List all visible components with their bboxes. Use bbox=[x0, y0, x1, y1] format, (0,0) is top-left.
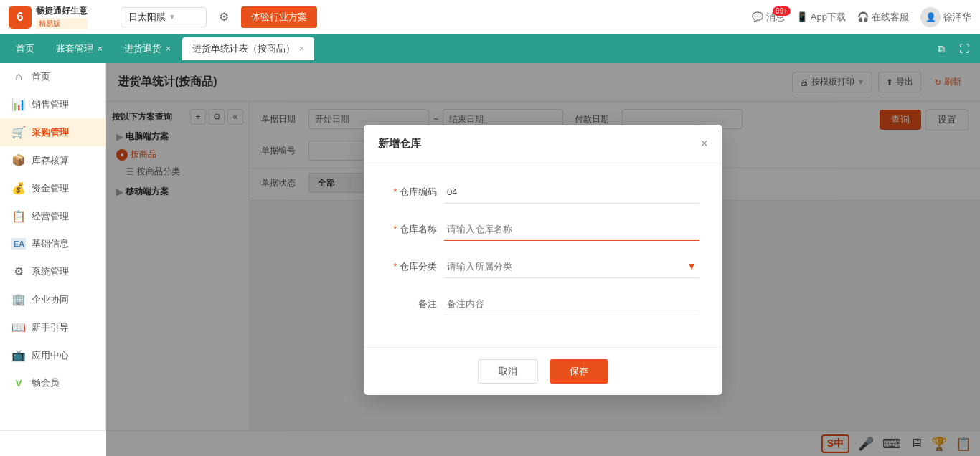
tab-returns[interactable]: 进货退货 × bbox=[114, 37, 181, 60]
sidebar-item-inventory-label: 库存核算 bbox=[32, 154, 69, 167]
store-selector[interactable]: 日太阳膜 ▼ bbox=[121, 7, 207, 27]
tab-accounts-label: 账套管理 bbox=[56, 42, 93, 55]
code-label: 仓库编码 bbox=[387, 186, 444, 199]
operations-icon: 📋 bbox=[11, 209, 26, 223]
sidebar-item-vip[interactable]: V 畅会员 bbox=[0, 369, 105, 396]
content-area: 进货单统计(按商品) 🖨 按模板打印 ▼ ⬆ 导出 ↻ 刷新 bbox=[106, 63, 980, 456]
sidebar-item-sales-label: 销售管理 bbox=[32, 98, 69, 111]
sidebar-item-guide[interactable]: 📖 新手引导 bbox=[0, 313, 105, 341]
category-chevron-icon[interactable]: ▼ bbox=[687, 260, 699, 272]
modal-overlay: 新增仓库 × 仓库编码 仓库名称 仓库分类 bbox=[106, 63, 980, 456]
tab-home[interactable]: 首页 bbox=[6, 37, 44, 60]
sidebar-item-finance-label: 资金管理 bbox=[32, 182, 69, 195]
sidebar-item-finance[interactable]: 💰 资金管理 bbox=[0, 174, 105, 202]
trial-button[interactable]: 体验行业方案 bbox=[241, 6, 317, 28]
purchase-icon: 🛒 bbox=[11, 125, 26, 139]
modal-header: 新增仓库 × bbox=[364, 125, 722, 163]
user-avatar: 👤 bbox=[920, 7, 941, 27]
sidebar-item-basic-info-label: 基础信息 bbox=[32, 237, 69, 250]
sidebar-item-system[interactable]: ⚙ 系统管理 bbox=[0, 257, 105, 285]
app-download-button[interactable]: 📱 App下载 bbox=[796, 11, 846, 24]
headset-icon: 🎧 bbox=[857, 11, 869, 22]
tab-accounts-close[interactable]: × bbox=[98, 44, 103, 54]
warehouse-code-input[interactable] bbox=[444, 181, 699, 204]
modal-body: 仓库编码 仓库名称 仓库分类 ▼ bbox=[364, 163, 722, 347]
form-row-category: 仓库分类 ▼ bbox=[387, 255, 699, 278]
form-row-remark: 备注 bbox=[387, 293, 699, 315]
sidebar-item-basic-info[interactable]: EA 基础信息 bbox=[0, 230, 105, 257]
tab-returns-label: 进货退货 bbox=[124, 42, 161, 55]
messages-badge: 99+ bbox=[773, 6, 791, 16]
store-name: 日太阳膜 bbox=[128, 11, 166, 24]
remark-label: 备注 bbox=[387, 298, 444, 310]
messages-button[interactable]: 💬 消息 99+ bbox=[752, 11, 785, 24]
sidebar-item-home[interactable]: ⌂ 首页 bbox=[0, 63, 105, 90]
sidebar-item-operations-label: 经营管理 bbox=[32, 210, 69, 223]
category-input[interactable] bbox=[444, 261, 687, 272]
top-bar: 6 畅捷通好生意 精易版 日太阳膜 ▼ ⚙ 体验行业方案 💬 消息 99+ 📱 … bbox=[0, 0, 980, 34]
home-icon: ⌂ bbox=[11, 70, 26, 83]
main-layout: ⌂ 首页 📊 销售管理 🛒 采购管理 📦 库存核算 💰 资金管理 📋 经营管理 … bbox=[0, 63, 980, 456]
modal-title: 新增仓库 bbox=[378, 137, 421, 151]
tab-purchase-stats-close[interactable]: × bbox=[299, 44, 304, 54]
tab-restore-button[interactable]: ⧉ bbox=[931, 39, 951, 59]
tab-returns-close[interactable]: × bbox=[166, 44, 171, 54]
tab-bar: 首页 账套管理 × 进货退货 × 进货单统计表（按商品） × ⧉ ⛶ bbox=[0, 34, 980, 63]
sidebar-item-vip-label: 畅会员 bbox=[32, 376, 60, 389]
sales-icon: 📊 bbox=[11, 98, 26, 111]
settings-button[interactable]: ⚙ bbox=[212, 6, 235, 29]
sidebar-item-enterprise-label: 企业协同 bbox=[32, 293, 69, 306]
inventory-icon: 📦 bbox=[11, 153, 26, 167]
guide-icon: 📖 bbox=[11, 320, 26, 334]
phone-icon: 📱 bbox=[796, 11, 808, 22]
chevron-down-icon: ▼ bbox=[169, 13, 176, 21]
logo-text: 畅捷通好生意 精易版 bbox=[36, 5, 88, 29]
name-label: 仓库名称 bbox=[387, 223, 444, 236]
form-row-code: 仓库编码 bbox=[387, 181, 699, 204]
tab-accounts[interactable]: 账套管理 × bbox=[46, 37, 113, 60]
logo-title: 畅捷通好生意 bbox=[36, 5, 88, 17]
tab-purchase-stats-label: 进货单统计表（按商品） bbox=[192, 42, 295, 55]
cancel-button[interactable]: 取消 bbox=[478, 359, 538, 384]
tab-home-label: 首页 bbox=[16, 42, 34, 55]
user-area[interactable]: 👤 徐泽华 bbox=[920, 7, 971, 27]
logo-area: 6 畅捷通好生意 精易版 bbox=[9, 5, 115, 29]
tab-right-buttons: ⧉ ⛶ bbox=[931, 39, 974, 59]
basic-info-icon: EA bbox=[11, 238, 26, 250]
sidebar-item-sales[interactable]: 📊 销售管理 bbox=[0, 90, 105, 118]
sidebar-item-purchase[interactable]: 🛒 采购管理 bbox=[0, 118, 105, 146]
sidebar-item-operations[interactable]: 📋 经营管理 bbox=[0, 202, 105, 230]
vip-icon: V bbox=[11, 378, 26, 389]
sidebar-item-purchase-label: 采购管理 bbox=[32, 126, 69, 139]
enterprise-icon: 🏢 bbox=[11, 293, 26, 306]
remark-input[interactable] bbox=[444, 293, 699, 315]
sidebar-item-inventory[interactable]: 📦 库存核算 bbox=[0, 146, 105, 174]
category-select-row: ▼ bbox=[444, 255, 699, 278]
user-name: 徐泽华 bbox=[943, 11, 971, 24]
tab-purchase-stats[interactable]: 进货单统计表（按商品） × bbox=[182, 37, 314, 60]
modal-close-button[interactable]: × bbox=[700, 136, 708, 151]
save-button[interactable]: 保存 bbox=[550, 359, 608, 384]
sidebar-item-apps[interactable]: 📺 应用中心 bbox=[0, 341, 105, 369]
finance-icon: 💰 bbox=[11, 181, 26, 195]
logo-sub: 精易版 bbox=[36, 18, 88, 29]
sidebar-item-system-label: 系统管理 bbox=[32, 265, 69, 278]
sidebar: ⌂ 首页 📊 销售管理 🛒 采购管理 📦 库存核算 💰 资金管理 📋 经营管理 … bbox=[0, 63, 106, 456]
warehouse-name-input[interactable] bbox=[444, 218, 699, 241]
online-service-button[interactable]: 🎧 在线客服 bbox=[857, 11, 909, 24]
sidebar-item-guide-label: 新手引导 bbox=[32, 321, 69, 334]
app-download-label: App下载 bbox=[811, 11, 846, 24]
form-row-name: 仓库名称 bbox=[387, 218, 699, 241]
sidebar-item-apps-label: 应用中心 bbox=[32, 349, 69, 362]
system-icon: ⚙ bbox=[11, 265, 26, 278]
sidebar-item-home-label: 首页 bbox=[32, 70, 50, 83]
tab-expand-button[interactable]: ⛶ bbox=[954, 39, 974, 59]
top-right-area: 💬 消息 99+ 📱 App下载 🎧 在线客服 👤 徐泽华 bbox=[752, 7, 971, 27]
online-service-label: 在线客服 bbox=[872, 11, 909, 24]
apps-icon: 📺 bbox=[11, 348, 26, 362]
message-icon: 💬 bbox=[752, 11, 763, 22]
sidebar-item-enterprise[interactable]: 🏢 企业协同 bbox=[0, 285, 105, 313]
category-label: 仓库分类 bbox=[387, 260, 444, 273]
modal-footer: 取消 保存 bbox=[364, 347, 722, 395]
logo-icon: 6 bbox=[9, 6, 32, 29]
